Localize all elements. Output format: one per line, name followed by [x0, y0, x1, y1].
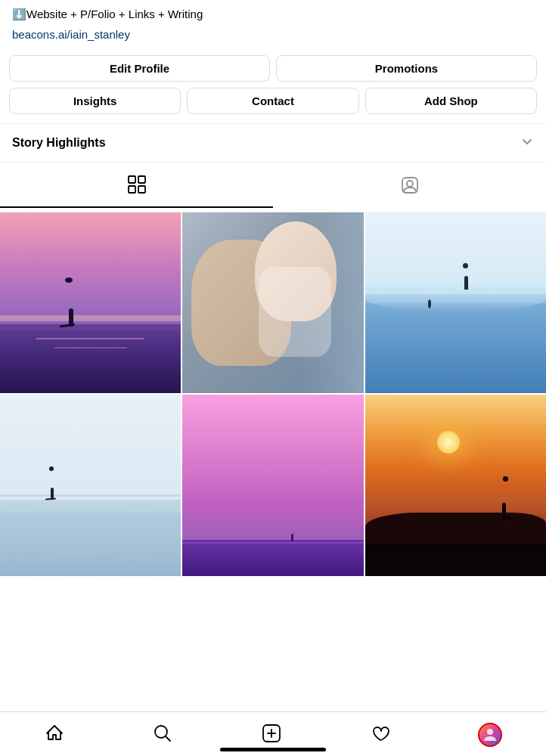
tab-grid[interactable]: [0, 167, 273, 208]
bio-link-line: beacons.ai/iain_stanley: [12, 26, 534, 44]
promotions-button[interactable]: Promotions: [276, 55, 537, 82]
grid-cell-5[interactable]: [182, 395, 363, 575]
bio-link[interactable]: beacons.ai/iain_stanley: [12, 28, 130, 41]
bio-section: ⬇️Website + P/Folio + Links + Writing be…: [0, 0, 546, 55]
svg-rect-2: [129, 186, 135, 193]
grid-cell-2[interactable]: [182, 212, 363, 393]
contact-button[interactable]: Contact: [187, 88, 358, 114]
nav-create[interactable]: [252, 720, 291, 750]
main-content: ⬇️Website + P/Folio + Links + Writing be…: [0, 0, 546, 637]
create-icon: [261, 723, 282, 747]
action-buttons-row1: Edit Profile Promotions: [9, 55, 537, 82]
add-shop-button[interactable]: Add Shop: [365, 88, 537, 114]
nav-profile[interactable]: [469, 720, 511, 750]
action-buttons-row2: Insights Contact Add Shop: [9, 88, 537, 114]
nav-search[interactable]: [143, 720, 182, 750]
tab-tagged[interactable]: [273, 167, 546, 207]
heart-icon: [370, 723, 391, 747]
chevron-down-icon: [520, 135, 534, 151]
profile-avatar: [478, 723, 502, 747]
story-highlights-section[interactable]: Story Highlights: [0, 123, 546, 163]
svg-rect-1: [138, 176, 145, 183]
home-icon: [44, 723, 65, 747]
grid-cell-3[interactable]: [365, 212, 546, 393]
grid-cell-1[interactable]: [0, 212, 181, 393]
bio-description: ⬇️Website + P/Folio + Links + Writing: [12, 8, 203, 20]
nav-likes[interactable]: [361, 720, 400, 750]
search-icon: [152, 723, 173, 747]
tabs-bar: [0, 163, 546, 212]
person-tag-icon: [400, 175, 420, 200]
nav-home[interactable]: [35, 720, 74, 750]
photo-grid: [0, 212, 546, 576]
svg-point-5: [407, 181, 413, 187]
bottom-nav: [0, 711, 546, 756]
grid-cell-6[interactable]: [365, 395, 546, 575]
insights-button[interactable]: Insights: [9, 88, 181, 114]
grid-cell-4[interactable]: [0, 395, 181, 575]
story-highlights-label: Story Highlights: [12, 136, 106, 150]
svg-rect-0: [129, 176, 135, 183]
svg-rect-3: [138, 186, 145, 193]
grid-icon: [127, 175, 147, 199]
bio-text: ⬇️Website + P/Folio + Links + Writing: [12, 6, 534, 23]
svg-point-8: [487, 729, 493, 735]
edit-profile-button[interactable]: Edit Profile: [9, 55, 270, 82]
